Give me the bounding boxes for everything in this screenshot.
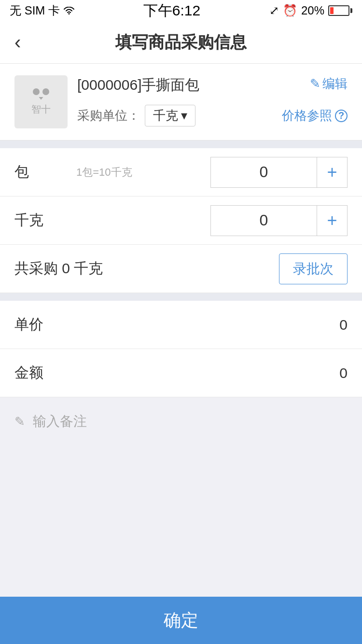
section-divider-1 [0,140,362,148]
status-bar: 无 SIM 卡 下午6:12 ⤢ ⏰ 20% [0,0,362,21]
confirm-section[interactable]: 确定 [0,597,362,644]
price-section: 单价 0 金额 0 [0,301,362,397]
location-icon: ⤢ [269,4,279,17]
product-name: [0000006]手撕面包 [77,75,199,95]
chevron-down-icon: ▾ [181,108,187,123]
amount-row: 金额 0 [0,349,362,397]
remark-placeholder: 输入备注 [33,412,87,431]
package-plus-button[interactable]: + [317,157,348,188]
status-right: ⤢ ⏰ 20% [269,4,352,17]
package-input-wrap: + [132,157,348,188]
page-title: 填写商品采购信息 [115,31,247,54]
edit-button[interactable]: ✎ 编辑 [310,75,348,92]
section-divider-2 [0,293,362,301]
unit-price-row: 单价 0 [0,301,362,349]
unit-select[interactable]: 千克 ▾ [145,105,195,126]
kg-plus-button[interactable]: + [317,205,348,236]
confirm-button[interactable]: 确定 [164,609,198,632]
price-ref-button[interactable]: 价格参照 ? [282,107,348,124]
package-input-row: 包 1包=10千克 + [0,148,362,196]
status-left: 无 SIM 卡 [10,3,74,18]
package-input[interactable] [210,157,317,188]
package-label: 包 [14,162,72,182]
status-time: 下午6:12 [143,1,200,21]
kg-label: 千克 [14,210,72,230]
product-image: 智十 [14,75,68,128]
edit-icon: ✎ [310,76,320,91]
battery-percent: 20% [301,4,324,17]
nav-bar: ‹ 填写商品采购信息 [0,21,362,64]
input-section: 包 1包=10千克 + 千克 + [0,148,362,245]
battery-icon [328,5,352,16]
unit-label: 采购单位： 千克 ▾ [77,105,195,126]
product-info: [0000006]手撕面包 ✎ 编辑 采购单位： 千克 ▾ 价格参照 ? [77,75,348,126]
summary-row: 共采购 0 千克 录批次 [0,245,362,293]
summary-text: 共采购 0 千克 [14,259,103,279]
package-sub-label: 1包=10千克 [76,165,132,180]
alarm-icon: ⏰ [283,4,297,17]
wifi-icon [64,4,74,17]
sim-label: 无 SIM 卡 [10,3,60,18]
unit-price-label: 单价 [14,315,43,335]
remark-section[interactable]: ✎ 输入备注 [0,397,362,446]
amount-label: 金额 [14,363,43,383]
product-image-label: 智十 [31,103,51,116]
kg-input[interactable] [210,205,317,236]
kg-input-row: 千克 + [0,196,362,245]
amount-value: 0 [339,365,348,381]
empty-area [0,446,362,590]
pencil-icon: ✎ [14,414,25,429]
batch-button[interactable]: 录批次 [279,253,348,284]
help-icon: ? [335,110,348,122]
unit-price-value: 0 [339,317,348,333]
back-button[interactable]: ‹ [14,27,26,58]
product-card: 智十 [0000006]手撕面包 ✎ 编辑 采购单位： 千克 ▾ 价格参照 ? [0,64,362,140]
kg-input-wrap: + [72,205,348,236]
